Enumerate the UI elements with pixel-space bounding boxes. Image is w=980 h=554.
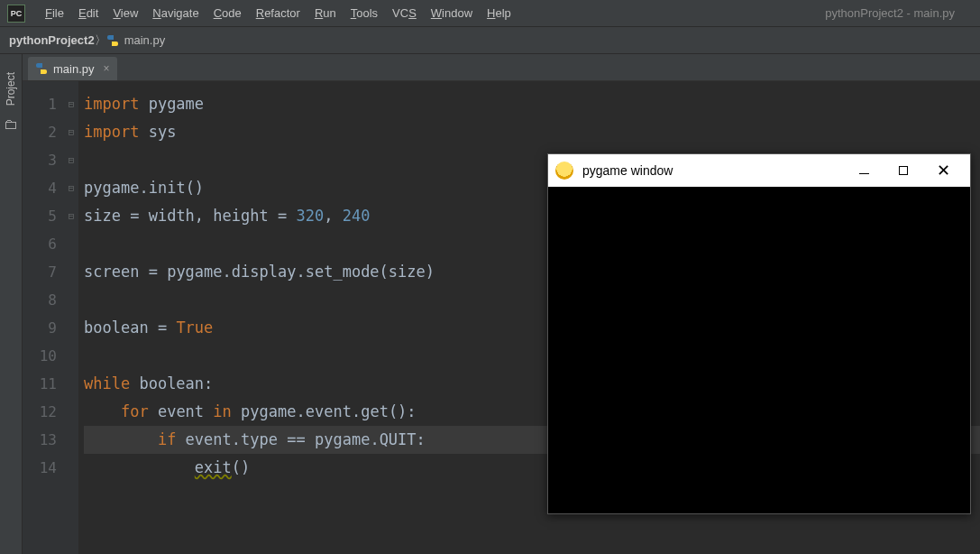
menu-items: FileEditViewNavigateCodeRefactorRunTools… bbox=[38, 4, 518, 23]
menu-window[interactable]: Window bbox=[424, 4, 480, 23]
project-files-icon[interactable]: 🗀 bbox=[4, 116, 18, 133]
minimize-button[interactable] bbox=[844, 154, 884, 187]
breadcrumb-separator: 〉 bbox=[95, 32, 106, 49]
line-number-gutter: 1234567891011121314 bbox=[23, 81, 64, 554]
breadcrumb-file-label: main.py bbox=[124, 33, 166, 47]
menu-refactor[interactable]: Refactor bbox=[249, 4, 307, 23]
pygame-surface bbox=[548, 187, 970, 513]
maximize-button[interactable] bbox=[884, 154, 923, 187]
menu-run[interactable]: Run bbox=[307, 4, 343, 23]
pycharm-icon: PC bbox=[7, 5, 25, 23]
menu-tools[interactable]: Tools bbox=[343, 4, 385, 23]
python-file-icon bbox=[106, 34, 119, 47]
menu-vcs[interactable]: VCS bbox=[385, 4, 424, 23]
project-tool-label[interactable]: Project bbox=[5, 72, 17, 106]
menu-bar: PC FileEditViewNavigateCodeRefactorRunTo… bbox=[0, 0, 980, 27]
menu-view[interactable]: View bbox=[105, 4, 145, 23]
pygame-window[interactable]: pygame window ✕ bbox=[547, 153, 971, 514]
menu-file[interactable]: File bbox=[38, 4, 71, 23]
close-icon[interactable]: × bbox=[104, 62, 110, 75]
menu-edit[interactable]: Edit bbox=[71, 4, 105, 23]
menu-help[interactable]: Help bbox=[480, 4, 518, 23]
fold-column: ⊟⊟⊟⊟⊟ bbox=[64, 81, 78, 554]
breadcrumb-project[interactable]: pythonProject2 bbox=[9, 33, 95, 47]
close-button[interactable]: ✕ bbox=[923, 154, 963, 187]
tab-label: main.py bbox=[53, 62, 95, 76]
tab-main-py[interactable]: main.py × bbox=[28, 57, 117, 80]
menu-code[interactable]: Code bbox=[206, 4, 249, 23]
menu-navigate[interactable]: Navigate bbox=[145, 4, 206, 23]
tool-sidebar: Project 🗀 bbox=[0, 54, 23, 554]
breadcrumb-file[interactable]: main.py bbox=[106, 33, 166, 47]
pygame-titlebar[interactable]: pygame window ✕ bbox=[548, 154, 970, 187]
python-file-icon bbox=[35, 62, 48, 75]
window-title: pythonProject2 - main.py bbox=[825, 6, 955, 20]
editor-tabs: main.py × bbox=[23, 54, 980, 81]
pygame-window-title: pygame window bbox=[582, 163, 673, 178]
breadcrumb-project-label: pythonProject2 bbox=[9, 33, 95, 47]
pygame-icon bbox=[555, 162, 573, 180]
breadcrumb: pythonProject2 〉 main.py bbox=[0, 27, 980, 54]
